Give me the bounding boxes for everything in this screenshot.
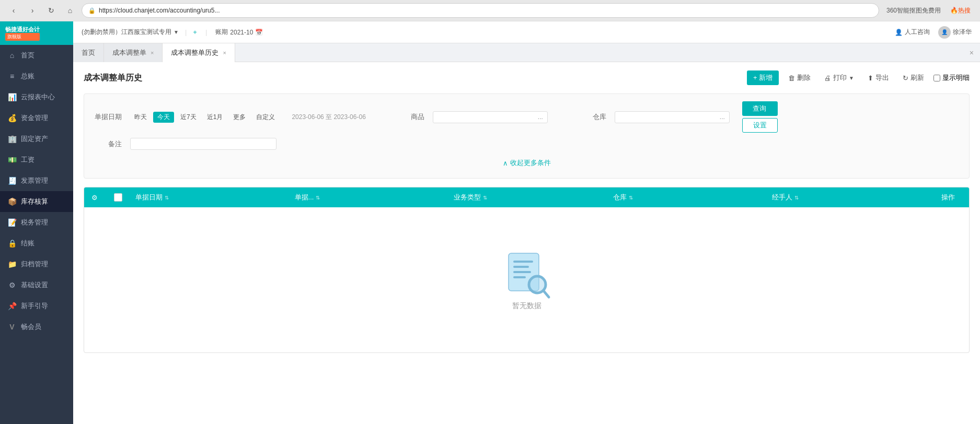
browser-right-tools: 360智能抠图免费用 🔥热搜 [883, 5, 974, 16]
empty-svg [501, 249, 553, 301]
archive-icon: 📁 [7, 260, 17, 268]
display-cols-checkbox[interactable]: 显示明细 [933, 73, 970, 83]
table-container: ⚙ 单据日期 ⇅ 单据... ⇅ 业务类型 ⇅ [84, 187, 970, 353]
date-tab-today[interactable]: 今天 [153, 112, 174, 123]
warehouse-input[interactable] [619, 113, 716, 121]
svg-rect-2 [513, 266, 529, 268]
period-info: 账期 2021-10 📅 [215, 28, 263, 37]
refresh-icon: ↻ [903, 74, 908, 82]
refresh-button[interactable]: ↻ [44, 3, 59, 18]
sidebar-item-settings[interactable]: ⚙ 基础设置 [0, 275, 73, 296]
home-icon: ⌂ [7, 51, 17, 60]
tax-icon: 📝 [7, 218, 17, 227]
warehouse-filter[interactable]: ... [615, 111, 730, 123]
sidebar-item-close[interactable]: 🔒 结账 [0, 233, 73, 254]
print-button[interactable]: 🖨 打印 ▼ [820, 71, 858, 85]
lock-icon: 🔒 [88, 7, 96, 14]
ledger-icon: ≡ [7, 72, 17, 80]
refresh-button[interactable]: ↻ 刷新 [898, 71, 928, 85]
tab-home[interactable]: 首页 [73, 43, 104, 62]
search-tool[interactable]: 360智能抠图免费用 [883, 5, 944, 16]
guide-icon: 📌 [7, 302, 17, 310]
new-button[interactable]: + 新增 [747, 70, 779, 85]
svg-rect-4 [513, 276, 526, 278]
display-cols-input[interactable] [933, 75, 940, 81]
sidebar-item-reports[interactable]: 📊 云报表中心 [0, 87, 73, 108]
home-button[interactable]: ⌂ [63, 3, 77, 18]
export-label: 导出 [875, 73, 889, 83]
sidebar-item-home[interactable]: ⌂ 首页 [0, 45, 73, 66]
select-all-checkbox[interactable] [114, 193, 122, 202]
remark-filter[interactable] [130, 138, 276, 150]
warehouse-label: 仓库 [577, 112, 606, 122]
url-bar[interactable]: 🔒 https://cloud.chanjet.com/accounting/u… [82, 3, 879, 18]
back-button[interactable]: ‹ [6, 3, 21, 18]
remark-input[interactable] [135, 140, 272, 148]
sidebar-item-assets[interactable]: 🏢 固定资产 [0, 128, 73, 149]
goods-filter[interactable]: ... [433, 111, 548, 123]
sidebar-item-invoice[interactable]: 🧾 发票管理 [0, 170, 73, 191]
user-name: 徐泽华 [953, 28, 972, 37]
th-biz-type[interactable]: 业务类型 ⇅ [449, 193, 609, 202]
sidebar-item-salary[interactable]: 💵 工资 [0, 149, 73, 170]
filter-remark-row: 备注 [93, 138, 961, 150]
th-number[interactable]: 单据... ⇅ [291, 193, 450, 202]
tab-cost-adjust-history-close[interactable]: × [223, 50, 226, 56]
table-header: ⚙ 单据日期 ⇅ 单据... ⇅ 业务类型 ⇅ [84, 187, 969, 207]
sidebar-label-member: 畅会员 [21, 322, 41, 332]
empty-illustration [501, 249, 553, 301]
collapse-button[interactable]: ∧ 收起更多条件 [93, 155, 961, 171]
th-warehouse-label: 仓库 [613, 193, 627, 202]
print-label: 打印 [833, 73, 847, 83]
table-settings-icon[interactable]: ⚙ [84, 194, 105, 202]
top-bar-right: 👤 人工咨询 👤 徐泽华 [895, 26, 972, 39]
user-info[interactable]: 👤 徐泽华 [938, 26, 972, 39]
settings-filter-button[interactable]: 设置 [742, 118, 778, 133]
sidebar-item-funds[interactable]: 💰 资金管理 [0, 108, 73, 128]
sidebar-item-member[interactable]: V 畅会员 [0, 316, 73, 337]
date-tab-more[interactable]: 更多 [229, 112, 250, 123]
print-icon: 🖨 [824, 74, 831, 82]
company-selector[interactable]: (勿删勿禁用）江西服宝测试专用 ▼ [82, 28, 179, 37]
tab-cost-adjust-close[interactable]: × [151, 50, 154, 56]
svg-rect-3 [513, 271, 531, 273]
table-header-checkbox[interactable] [105, 193, 131, 202]
goods-input[interactable] [437, 113, 534, 121]
date-tab-7days[interactable]: 近7天 [176, 112, 201, 123]
date-tab-custom[interactable]: 自定义 [252, 112, 279, 123]
sidebar-label-archive: 归档管理 [21, 260, 48, 269]
top-bar-left: (勿删勿禁用）江西服宝测试专用 ▼ | + | 账期 2021-10 📅 [82, 28, 895, 37]
calendar-icon[interactable]: 📅 [255, 29, 263, 36]
th-handler[interactable]: 经手人 ⇅ [768, 193, 927, 202]
sidebar-item-inventory[interactable]: 📦 库存核算 [0, 191, 73, 212]
tab-cost-adjust-history[interactable]: 成本调整单历史 × [163, 43, 235, 62]
tab-cost-adjust[interactable]: 成本调整单 × [104, 43, 163, 62]
delete-icon: 🗑 [788, 74, 795, 82]
th-biz-type-sort-icon: ⇅ [483, 195, 487, 201]
delete-button[interactable]: 🗑 删除 [784, 71, 815, 85]
date-label: 单据日期 [93, 112, 122, 122]
user-avatar: 👤 [938, 26, 951, 39]
close-all-tabs-icon[interactable]: × [963, 49, 980, 57]
consultant-icon: 👤 [895, 29, 903, 36]
consultant-button[interactable]: 👤 人工咨询 [895, 28, 930, 37]
add-company-btn[interactable]: + [193, 28, 197, 36]
filter-date-row: 单据日期 昨天 今天 近7天 近1月 更多 自定义 2023-06-06 至 2… [93, 101, 961, 133]
hot-search[interactable]: 🔥热搜 [947, 5, 974, 16]
filter-section: 单据日期 昨天 今天 近7天 近1月 更多 自定义 2023-06-06 至 2… [84, 93, 970, 179]
sidebar-nav: ⌂ 首页 ≡ 总账 📊 云报表中心 💰 资金管理 🏢 固定资产 💵 工资 [0, 45, 73, 424]
sidebar-item-ledger[interactable]: ≡ 总账 [0, 66, 73, 87]
th-warehouse[interactable]: 仓库 ⇅ [609, 193, 768, 202]
sidebar-item-archive[interactable]: 📁 归档管理 [0, 254, 73, 275]
company-name: (勿删勿禁用）江西服宝测试专用 [82, 28, 171, 37]
sidebar-item-guide[interactable]: 📌 新手引导 [0, 296, 73, 316]
export-button[interactable]: ⬆ 导出 [863, 71, 893, 85]
th-date[interactable]: 单据日期 ⇅ [131, 193, 291, 202]
sidebar-label-close: 结账 [21, 239, 34, 248]
print-dropdown-icon: ▼ [849, 75, 854, 81]
sidebar-item-tax[interactable]: 📝 税务管理 [0, 212, 73, 233]
query-button[interactable]: 查询 [742, 101, 778, 116]
date-tab-yesterday[interactable]: 昨天 [130, 112, 151, 123]
forward-button[interactable]: › [25, 3, 40, 18]
date-tab-1month[interactable]: 近1月 [203, 112, 227, 123]
